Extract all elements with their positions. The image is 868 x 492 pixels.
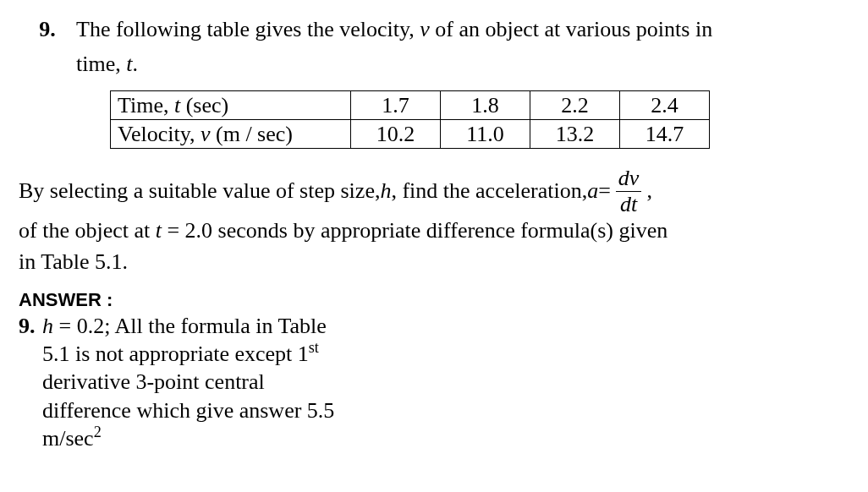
below-line-1: By selecting a suitable value of step si… — [19, 166, 849, 216]
below-line-2: of the object at t = 2.0 seconds by appr… — [19, 216, 849, 244]
var-a: a — [587, 177, 598, 205]
answer-number: 9. — [19, 312, 42, 340]
row-header-velocity: Velocity, v (m / sec) — [111, 119, 351, 148]
cell: 10.2 — [351, 119, 441, 148]
text: , — [646, 177, 652, 205]
fraction-numerator: dv — [616, 167, 642, 189]
data-table: Time, t (sec) 1.7 1.8 2.2 2.4 Velocity, … — [110, 90, 710, 150]
superscript-st: st — [309, 339, 319, 356]
text: m/sec — [42, 426, 94, 451]
answer-line-1: 9. h = 0.2; All the formula in Table — [19, 312, 450, 340]
fraction-dv-dt: dv dt — [616, 167, 642, 216]
table-row: Velocity, v (m / sec) 10.2 11.0 13.2 14.… — [111, 119, 710, 148]
var-h: h — [42, 314, 59, 338]
text: time, — [76, 52, 126, 76]
fraction-denominator: dt — [618, 194, 640, 216]
question-body: The following table gives the velocity, … — [76, 15, 849, 161]
cell: 13.2 — [530, 119, 620, 148]
var-h: h — [380, 177, 391, 205]
text: , find the acceleration, — [391, 177, 587, 205]
var-t: t — [156, 218, 168, 243]
answer-line-5: m/sec2 — [42, 424, 450, 452]
answer-rest: 5.1 is not appropriate except 1st deriva… — [19, 340, 450, 452]
question-line-1: The following table gives the velocity, … — [76, 15, 849, 43]
text: (m / sec) — [216, 122, 293, 146]
question-block: 9. The following table gives the velocit… — [19, 15, 849, 161]
text: = 2.0 seconds by appropriate difference … — [167, 218, 667, 243]
answer-line-4: difference which give answer 5.5 — [42, 396, 450, 424]
answer-line-2: 5.1 is not appropriate except 1st — [42, 340, 450, 368]
superscript-2: 2 — [94, 424, 102, 440]
below-text: By selecting a suitable value of step si… — [19, 166, 849, 276]
text: of the object at — [19, 218, 156, 243]
text: Velocity, — [118, 122, 201, 146]
text: The following table gives the velocity, — [76, 17, 420, 41]
text: of an object at various points in — [435, 17, 712, 41]
question-number: 9. — [19, 15, 76, 43]
data-table-wrap: Time, t (sec) 1.7 1.8 2.2 2.4 Velocity, … — [110, 90, 849, 150]
var-t: t — [174, 93, 186, 118]
text: By selecting a suitable value of step si… — [19, 177, 380, 205]
cell: 1.8 — [441, 90, 530, 119]
answer-line-3: derivative 3-point central — [42, 368, 450, 396]
answer-body: 9. h = 0.2; All the formula in Table 5.1… — [19, 312, 450, 452]
text: . — [132, 52, 138, 76]
question-line-2: time, t. — [76, 50, 849, 78]
cell: 2.4 — [620, 90, 710, 119]
cell: 11.0 — [441, 119, 530, 148]
var-v: v — [420, 17, 435, 41]
answer-first-text: h = 0.2; All the formula in Table — [42, 312, 327, 340]
equals: = — [598, 177, 611, 205]
answer-label: ANSWER : — [19, 288, 849, 312]
text: = 0.2; All the formula in Table — [59, 314, 327, 338]
cell: 2.2 — [530, 90, 620, 119]
cell: 1.7 — [351, 90, 441, 119]
text: (sec) — [186, 93, 229, 118]
text: Time, — [118, 93, 174, 118]
below-line-3: in Table 5.1. — [19, 248, 849, 276]
table-row: Time, t (sec) 1.7 1.8 2.2 2.4 — [111, 90, 710, 119]
cell: 14.7 — [620, 119, 710, 148]
text: 5.1 is not appropriate except 1 — [42, 342, 309, 366]
var-v: v — [201, 122, 216, 146]
row-header-time: Time, t (sec) — [111, 90, 351, 119]
